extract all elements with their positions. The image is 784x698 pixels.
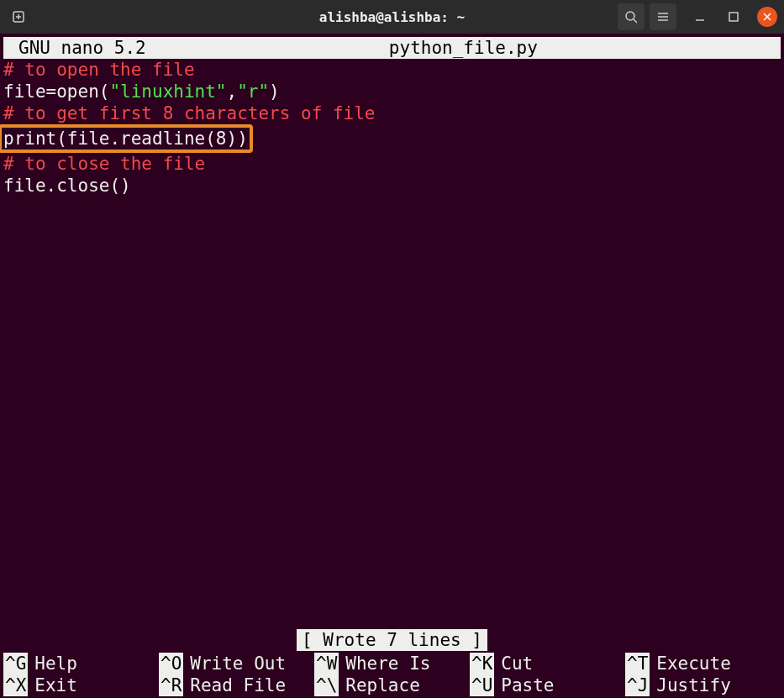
new-tab-icon bbox=[12, 9, 27, 24]
code-text: ) bbox=[269, 81, 280, 102]
nano-status: [ Wrote 7 lines ] bbox=[297, 629, 487, 651]
code-text: , bbox=[227, 81, 238, 102]
shortcut-label: Justify bbox=[656, 674, 731, 696]
hamburger-icon bbox=[656, 10, 670, 24]
shortcut-label: Exit bbox=[34, 674, 77, 696]
maximize-button[interactable] bbox=[723, 7, 744, 27]
shortcut-paste: ^U Paste bbox=[470, 674, 625, 696]
shortcut-key: ^T bbox=[625, 653, 650, 674]
shortcut-key: ^G bbox=[3, 653, 28, 674]
nano-filename: python_file.py bbox=[389, 37, 538, 59]
minimize-icon bbox=[695, 12, 705, 22]
shortcut-key: ^J bbox=[625, 674, 650, 696]
maximize-icon bbox=[729, 12, 739, 22]
minimize-button[interactable] bbox=[690, 7, 710, 27]
shortcut-label: Replace bbox=[345, 674, 420, 696]
shortcut-readfile: ^R Read File bbox=[159, 674, 314, 696]
shortcut-key: ^X bbox=[3, 674, 28, 696]
svg-rect-9 bbox=[729, 13, 738, 21]
code-comment: # to get first 8 characters of file bbox=[3, 103, 376, 123]
shortcut-exit: ^X Exit bbox=[3, 674, 159, 696]
shortcut-writeout: ^O Write Out bbox=[159, 653, 314, 674]
shortcut-help: ^G Help bbox=[3, 653, 159, 674]
shortcut-key: ^O bbox=[159, 653, 183, 674]
svg-point-3 bbox=[626, 12, 634, 20]
search-button[interactable] bbox=[618, 3, 645, 30]
code-string: "linuxhint" bbox=[109, 81, 226, 102]
terminal-area[interactable]: GNU nano 5.2 python_file.py # to open th… bbox=[0, 34, 784, 698]
shortcut-key: ^K bbox=[470, 653, 494, 674]
shortcut-replace: ^\ Replace bbox=[314, 674, 470, 696]
shortcut-label: Help bbox=[34, 653, 77, 674]
highlighted-line: print(file.readline(8)) bbox=[0, 124, 253, 153]
shortcut-label: Execute bbox=[656, 653, 731, 674]
menu-button[interactable] bbox=[650, 3, 676, 30]
nano-shortcuts: ^G Help ^O Write Out ^W Where Is ^K Cut … bbox=[3, 653, 781, 696]
window-titlebar: alishba@alishba: ~ bbox=[0, 0, 784, 34]
shortcut-whereis: ^W Where Is bbox=[314, 653, 470, 674]
close-icon bbox=[763, 13, 771, 21]
window-title: alishba@alishba: ~ bbox=[319, 9, 465, 25]
shortcut-execute: ^T Execute bbox=[625, 653, 781, 674]
code-string: "r" bbox=[237, 81, 269, 102]
svg-line-4 bbox=[634, 19, 637, 23]
shortcut-label: Cut bbox=[501, 653, 533, 674]
code-text: file.close() bbox=[3, 176, 131, 196]
code-comment: # to open the file bbox=[3, 60, 195, 80]
shortcut-label: Read File bbox=[190, 674, 286, 696]
nano-header: GNU nano 5.2 python_file.py bbox=[3, 37, 781, 59]
close-button[interactable] bbox=[757, 7, 777, 27]
shortcut-key: ^\ bbox=[314, 674, 339, 696]
shortcut-cut: ^K Cut bbox=[470, 653, 625, 674]
shortcut-label: Paste bbox=[501, 674, 554, 696]
editor-content[interactable]: # to open the file file=open("linuxhint"… bbox=[3, 59, 781, 197]
code-text: print(file.readline(8)) bbox=[3, 129, 248, 149]
code-comment: # to close the file bbox=[3, 154, 205, 174]
new-tab-button[interactable] bbox=[7, 4, 32, 29]
shortcut-justify: ^J Justify bbox=[625, 674, 781, 696]
shortcut-label: Write Out bbox=[190, 653, 286, 674]
search-icon bbox=[624, 10, 638, 24]
shortcut-key: ^W bbox=[314, 653, 339, 674]
code-text: file=open( bbox=[3, 81, 109, 102]
shortcut-key: ^U bbox=[470, 674, 494, 696]
nano-brand: GNU nano 5.2 bbox=[3, 37, 146, 59]
shortcut-key: ^R bbox=[159, 674, 183, 696]
shortcut-label: Where Is bbox=[345, 653, 430, 674]
